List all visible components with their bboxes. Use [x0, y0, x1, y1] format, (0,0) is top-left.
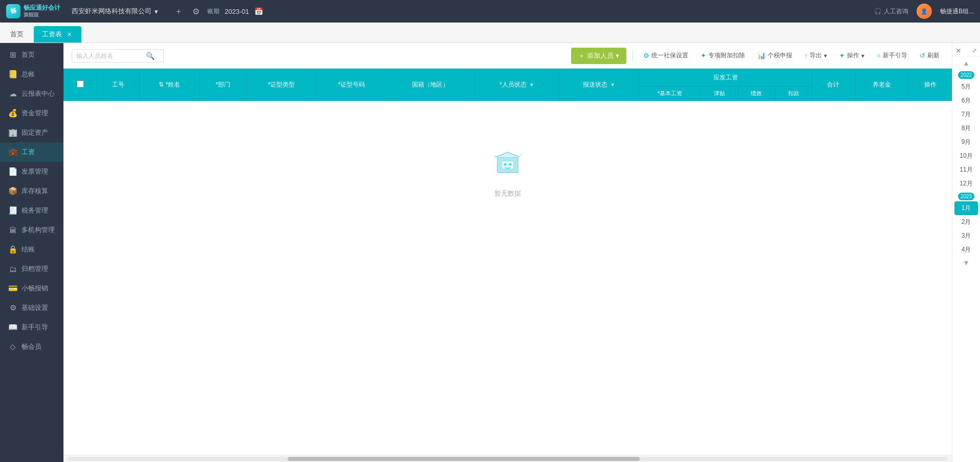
social-settings-label: 统一社保设置	[651, 51, 688, 60]
guide-action[interactable]: ○ 新手引导	[873, 49, 911, 62]
sidebar-label-fixed-assets: 固定资产	[21, 128, 48, 137]
company-dropdown-icon[interactable]: ▾	[155, 8, 158, 15]
sidebar-item-archive[interactable]: 🗂 归档管理	[0, 259, 63, 279]
user-name[interactable]: 畅捷通B组...	[940, 7, 974, 16]
sidebar-item-closing[interactable]: 🔒 结账	[0, 240, 63, 259]
month-2022-12[interactable]: 12月	[952, 177, 980, 191]
tab-close-icon[interactable]: ✕	[65, 30, 73, 38]
panel-controls: ✕ ⤢	[952, 45, 980, 57]
closing-icon: 🔒	[8, 245, 17, 254]
panel-up-arrow[interactable]: ▲	[961, 57, 972, 69]
year-2023-label: 2023	[958, 193, 974, 200]
col-allowance: 津贴	[701, 87, 738, 101]
sidebar-label-inventory: 库存核算	[21, 186, 48, 196]
status-filter-icon[interactable]: ▼	[529, 82, 534, 88]
social-settings-action[interactable]: ⚙ 统一社保设置	[639, 49, 692, 62]
sidebar-item-general-ledger[interactable]: 📒 总账	[0, 65, 63, 84]
tab-salary[interactable]: 工资表 ✕	[34, 26, 81, 43]
month-2023-02[interactable]: 2月	[952, 215, 980, 229]
support-button[interactable]: 🎧 人工咨询	[874, 7, 908, 16]
sidebar-item-basic-settings[interactable]: ⚙ 基础设置	[0, 298, 63, 318]
sidebar-item-inventory[interactable]: 📦 库存核算	[0, 181, 63, 201]
refresh-action[interactable]: ↺ 刷新	[916, 49, 944, 62]
svg-point-5	[520, 154, 521, 156]
col-base-salary: *基本工资	[639, 87, 701, 101]
sidebar-item-salary[interactable]: 💼 工资	[0, 142, 63, 162]
month-2023-04[interactable]: 4月	[952, 243, 980, 257]
refresh-label: 刷新	[927, 51, 940, 60]
app-version: 旗舰版	[24, 11, 60, 18]
add-person-label: 添加人员	[587, 51, 614, 60]
guide-icon: 📖	[8, 323, 17, 332]
col-id-no: *证型号码	[316, 69, 386, 101]
sidebar-item-tax[interactable]: 🧾 税务管理	[0, 201, 63, 220]
settings-button[interactable]: ⚙	[190, 5, 202, 17]
col-id-type: *证型类型	[247, 69, 317, 101]
sidebar-item-multi-org[interactable]: 🏛 多机构管理	[0, 220, 63, 240]
user-avatar[interactable]: 👤	[917, 4, 932, 19]
col-ops: 操作	[909, 69, 952, 101]
cloud-icon: ☁	[8, 89, 17, 98]
sidebar-item-invoice[interactable]: 📄 发票管理	[0, 162, 63, 181]
org-icon: 🏛	[8, 226, 17, 235]
table-container: 工号 ⇅ *姓名 *部门 *证型类型 *证型号码	[63, 69, 952, 455]
sidebar-item-cloud-reports[interactable]: ☁ 云报表中心	[0, 84, 63, 103]
tab-home[interactable]: 首页	[2, 26, 32, 43]
sidebar-item-fixed-assets[interactable]: 🏢 固定资产	[0, 123, 63, 142]
month-2022-08[interactable]: 8月	[952, 121, 980, 135]
empty-message: 暂无数据	[494, 189, 521, 198]
personal-tax-action[interactable]: 📊 个税申报	[753, 49, 796, 62]
sidebar-label-cloud-reports: 云报表中心	[21, 89, 55, 98]
sidebar-label-invoice: 发票管理	[21, 167, 48, 176]
col-social-security: 养老金	[855, 69, 909, 101]
home-icon: ⊞	[8, 50, 17, 59]
month-2022-10[interactable]: 10月	[952, 149, 980, 163]
checkbox-header[interactable]	[64, 69, 97, 101]
export-action[interactable]: ↑ 导出 ▾	[800, 49, 832, 62]
col-report-status[interactable]: 报送状态 ▼	[559, 69, 639, 101]
month-2023-03[interactable]: 3月	[952, 229, 980, 243]
report-status-filter-icon[interactable]: ▼	[610, 82, 615, 88]
month-2022-09[interactable]: 9月	[952, 135, 980, 149]
panel-down-arrow[interactable]: ▼	[961, 257, 972, 269]
month-2022-11[interactable]: 11月	[952, 163, 980, 177]
period-value: 2023-01	[225, 8, 249, 15]
sidebar: ⊞ 首页 📒 总账 ☁ 云报表中心 💰 资金管理 🏢 固定资产 💼 工资 📄 发…	[0, 43, 63, 462]
month-2022-05[interactable]: 5月	[952, 80, 980, 94]
operations-action[interactable]: ✦ 操作 ▾	[835, 49, 868, 62]
basic-settings-icon: ⚙	[8, 303, 17, 312]
header-actions: ＋ ⚙ 账期 2023-01 📅	[172, 5, 263, 17]
sidebar-item-home[interactable]: ⊞ 首页	[0, 45, 63, 65]
calendar-icon[interactable]: 📅	[254, 7, 263, 15]
search-icon[interactable]: 🔍	[146, 52, 155, 60]
special-deduction-action[interactable]: ✦ 专项附加扣除	[696, 49, 749, 62]
sidebar-label-beginner-guide: 新手引导	[21, 323, 48, 332]
sidebar-item-member[interactable]: ◇ 畅会员	[0, 337, 63, 356]
horizontal-scrollbar[interactable]	[63, 455, 952, 462]
logo-area: 畅 畅应通好会计 旗舰版	[6, 4, 68, 18]
sidebar-label-fund-management: 资金管理	[21, 109, 48, 118]
col-name[interactable]: ⇅ *姓名	[140, 69, 200, 101]
tab-bar: 首页 工资表 ✕	[0, 23, 980, 43]
add-person-button[interactable]: ＋ 添加人员 ▾	[571, 48, 626, 64]
month-2022-07[interactable]: 7月	[952, 108, 980, 121]
add-button[interactable]: ＋	[172, 5, 185, 17]
panel-expand-button[interactable]: ⤢	[972, 47, 977, 54]
col-status[interactable]: *人员状态 ▼	[475, 69, 559, 101]
company-selector[interactable]: 西安虾米网络科技有限公司 ▾	[68, 5, 162, 18]
empty-state: 暂无数据	[64, 101, 952, 239]
svg-point-3	[509, 163, 512, 166]
export-label: 导出	[810, 51, 822, 60]
month-2022-06[interactable]: 6月	[952, 94, 980, 108]
month-2023-01[interactable]: 1月	[954, 201, 978, 215]
scrollbar-thumb[interactable]	[288, 457, 640, 461]
panel-close-button[interactable]: ✕	[955, 47, 962, 54]
scrollbar-track[interactable]	[68, 457, 948, 461]
sidebar-item-expense[interactable]: 💳 小畅报销	[0, 279, 63, 298]
special-deduction-label: 专项附加扣除	[708, 51, 745, 60]
sidebar-label-member: 畅会员	[21, 342, 41, 351]
sidebar-item-beginner-guide[interactable]: 📖 新手引导	[0, 318, 63, 337]
select-all-checkbox[interactable]	[77, 80, 84, 88]
search-input[interactable]	[76, 52, 143, 59]
sidebar-item-fund-management[interactable]: 💰 资金管理	[0, 103, 63, 123]
